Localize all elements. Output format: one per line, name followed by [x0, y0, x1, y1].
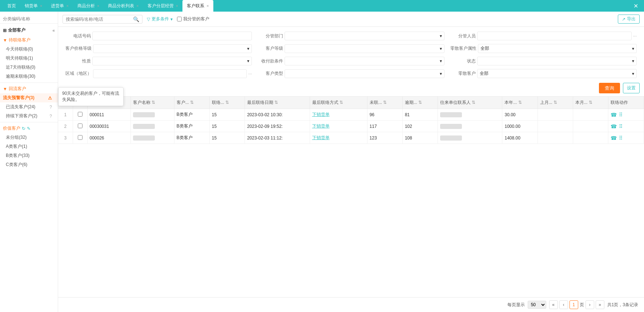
tab-purchase-order[interactable]: 进货单 ×: [47, 0, 73, 12]
content-area: 🔍 ▽ 更多条件 ▾ 我分管的客户 ↗ 导出: [58, 12, 644, 312]
sidebar-all-customers[interactable]: ⊞ 全部客户 «: [0, 25, 58, 36]
sort-icon-lastmonth[interactable]: ⇅: [554, 100, 557, 105]
export-button[interactable]: ↗ 导出: [618, 15, 640, 24]
sort-icon-year[interactable]: ⇅: [518, 100, 522, 105]
per-page-select[interactable]: 50 100 200: [528, 301, 546, 309]
sidebar-group-valuable[interactable]: 价值客户 ↻ ✎: [0, 124, 58, 133]
filter-nature-select[interactable]: ▾: [92, 57, 252, 65]
contact-icon-2[interactable]: ☎: [611, 135, 617, 141]
filter-region-select[interactable]: [93, 69, 247, 78]
tab-customer-contact-close[interactable]: ×: [206, 4, 209, 8]
tab-customer-contact[interactable]: 客户联系 ×: [182, 0, 213, 12]
sidebar-search-input[interactable]: [3, 16, 57, 21]
window-close-button[interactable]: ✕: [631, 3, 641, 9]
row-checkbox-1[interactable]: [73, 121, 87, 132]
sort-icon-uncontacted[interactable]: ⇅: [383, 100, 387, 105]
row-method-link-0[interactable]: 下销货单: [312, 112, 330, 117]
filter-region-dots[interactable]: ···: [248, 71, 252, 76]
filter-status-select[interactable]: ▾: [477, 57, 637, 65]
sidebar-collapse-icon[interactable]: «: [52, 28, 55, 33]
tab-customer-tiering[interactable]: 客户分层经营 ×: [143, 0, 182, 12]
th-this-year-label: 本年...: [504, 100, 517, 105]
main-search-button[interactable]: 🔍: [133, 16, 139, 22]
sort-icon-overdue[interactable]: ⇅: [418, 100, 422, 105]
more-action-icon-0[interactable]: ⠿: [619, 112, 623, 118]
my-customers-checkbox[interactable]: [177, 17, 182, 21]
filter-price-level-select[interactable]: ▾: [93, 44, 252, 53]
filter-phone-input[interactable]: [92, 32, 252, 40]
row-method-link-1[interactable]: 下销货单: [312, 123, 330, 129]
last-page-button[interactable]: »: [596, 300, 604, 309]
question-icon[interactable]: ?: [49, 105, 52, 110]
first-page-button[interactable]: «: [549, 300, 558, 309]
sort-icon-type[interactable]: ⇅: [190, 100, 194, 105]
sidebar-item-declining-label: 持续下滑客户(2): [6, 113, 37, 119]
sidebar-item-today[interactable]: 今天待联络(0): [0, 45, 58, 54]
filter-payment-select[interactable]: ▾: [285, 57, 444, 65]
prev-page-button[interactable]: ‹: [559, 300, 568, 309]
chevron-down-icon-payment: ▾: [440, 58, 442, 64]
settings-button[interactable]: 设置: [623, 83, 640, 93]
sidebar-item-tomorrow[interactable]: 明天待联络(1): [0, 54, 58, 63]
row-last-method-0[interactable]: 下销货单: [310, 109, 367, 121]
sort-icon-name[interactable]: ⇅: [152, 100, 155, 105]
sidebar-item-a-class[interactable]: A类客户(1): [0, 142, 58, 151]
filter-manager-dots[interactable]: ···: [633, 33, 637, 39]
sidebar-item-b-class[interactable]: B类客户(33): [0, 151, 58, 160]
query-button[interactable]: 查询: [599, 83, 620, 93]
sidebar-group-pending[interactable]: ▼ 待联络客户: [0, 36, 58, 45]
next-page-button[interactable]: ›: [585, 300, 594, 309]
row-last-method-2[interactable]: 下销货单: [310, 132, 367, 144]
sort-icon-method[interactable]: ⇅: [339, 100, 343, 105]
sidebar-item-c-class[interactable]: C类客户(6): [0, 160, 58, 169]
question-icon-2[interactable]: ?: [49, 114, 52, 119]
filter-sparse-attr-select[interactable]: 全部 ▾: [478, 44, 637, 53]
filter-manager-select[interactable]: [477, 32, 632, 40]
row-check-2[interactable]: [78, 135, 82, 140]
filter-customer-type-select[interactable]: ▾: [285, 69, 444, 78]
tab-purchase-order-close[interactable]: ×: [66, 4, 68, 8]
tab-product-analysis-list[interactable]: 商品分析列表 ×: [104, 0, 143, 12]
row-check-0[interactable]: [78, 112, 82, 117]
tab-product-analysis-list-label: 商品分析列表: [108, 3, 134, 9]
sidebar-item-churn-warning[interactable]: 流失预警客户(3) ⚠: [0, 93, 58, 102]
more-filters-button[interactable]: ▽ 更多条件 ▾: [147, 16, 173, 22]
row-checkbox-0[interactable]: [73, 109, 87, 121]
filter-department-select[interactable]: ▾: [285, 32, 444, 40]
sidebar-group-return[interactable]: ▼ 回流客户: [0, 84, 58, 93]
chevron-down-icon-status: ▾: [632, 58, 634, 64]
more-action-icon-1[interactable]: ⠿: [619, 123, 623, 129]
refresh-icon[interactable]: ↻: [22, 126, 25, 131]
tab-product-analysis[interactable]: 商品分析 ×: [73, 0, 104, 12]
tab-sales-order-close[interactable]: ×: [40, 4, 42, 8]
sidebar-item-declining[interactable]: 持续下滑客户(2) ?: [0, 112, 58, 121]
sort-icon-unit[interactable]: ⇅: [472, 100, 475, 105]
row-method-link-2[interactable]: 下销货单: [312, 135, 330, 140]
filter-sparse-customer-select[interactable]: 全部 ▾: [477, 69, 637, 78]
row-check-1[interactable]: [78, 123, 82, 128]
tab-home[interactable]: 首页: [3, 0, 20, 12]
row-checkbox-2[interactable]: [73, 132, 87, 144]
row-last-month-1: [538, 121, 573, 132]
tab-product-analysis-close[interactable]: ×: [97, 4, 99, 8]
contact-icon-0[interactable]: ☎: [611, 112, 617, 118]
filter-customer-level-select[interactable]: ▾: [285, 44, 444, 53]
sort-icon-contact[interactable]: ⇅: [225, 100, 229, 105]
tab-sales-order[interactable]: 销货单 ×: [20, 0, 47, 12]
edit-icon[interactable]: ✎: [27, 126, 31, 131]
sidebar-item-overdue[interactable]: 逾期未联络(30): [0, 72, 58, 81]
sidebar-item-ungroup[interactable]: 未分组(32): [0, 133, 58, 142]
sidebar-item-tomorrow-label: 明天待联络(1): [6, 55, 33, 61]
sidebar-item-churned[interactable]: 已流失客户(24) ?: [0, 102, 58, 112]
tab-customer-tiering-close[interactable]: ×: [176, 4, 178, 8]
sort-icon-thismonth[interactable]: ⇅: [589, 100, 592, 105]
sort-icon-date[interactable]: ⇅: [274, 100, 278, 105]
filter-region: 区域（地区） ···: [63, 67, 255, 80]
customer-table-wrapper: ⚙ 客户编码 ⇅ 客户名称 ⇅ 客户...: [58, 97, 644, 297]
tab-product-analysis-list-close[interactable]: ×: [136, 4, 138, 8]
contact-icon-1[interactable]: ☎: [611, 123, 617, 129]
main-search-input[interactable]: [66, 17, 133, 22]
sidebar-item-7days[interactable]: 近7天待联络(0): [0, 63, 58, 72]
row-last-method-1[interactable]: 下销货单: [310, 121, 367, 132]
more-action-icon-2[interactable]: ⠿: [619, 135, 623, 141]
